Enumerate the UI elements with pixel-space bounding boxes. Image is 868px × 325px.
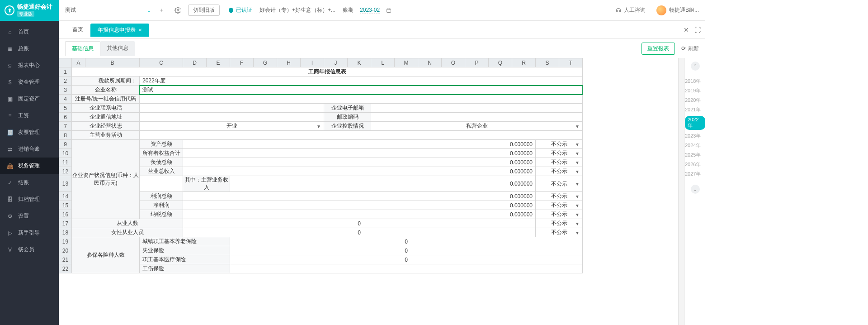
female-emp-disclosure[interactable]: 不公示▼	[536, 228, 583, 237]
liability-disclosure[interactable]: 不公示▼	[536, 158, 583, 167]
sidebar-item-13[interactable]: V畅会员	[0, 241, 59, 258]
switch-old-version-button[interactable]: 切到旧版	[188, 5, 220, 16]
biz-status-select[interactable]: 开业▼	[140, 122, 324, 131]
column-header[interactable]: M	[395, 58, 418, 67]
sidebar-item-label: 设置	[18, 212, 29, 220]
column-header[interactable]: Q	[489, 58, 512, 67]
sidebar-item-1[interactable]: ≣总账	[0, 40, 59, 57]
column-header[interactable]: I	[301, 58, 324, 67]
sidebar-item-8[interactable]: 👜税务管理	[0, 158, 59, 174]
year-2023年[interactable]: 2023年	[685, 133, 705, 139]
employees-value[interactable]: 0	[183, 219, 536, 228]
column-header[interactable]: L	[371, 58, 395, 67]
year-2020年[interactable]: 2020年	[685, 97, 705, 104]
medical-value[interactable]: 0	[230, 255, 583, 264]
year-scroll-up[interactable]: ⌃	[691, 62, 700, 71]
year-2026年[interactable]: 2026年	[685, 161, 705, 168]
user-menu[interactable]: 畅捷通B组...	[656, 5, 699, 15]
column-header[interactable]: J	[324, 58, 348, 67]
column-header[interactable]: R	[512, 58, 536, 67]
asset-total-value[interactable]: 0.000000	[183, 140, 536, 149]
year-2018年[interactable]: 2018年	[685, 78, 705, 85]
main-biz-input[interactable]	[140, 131, 583, 140]
refresh-button[interactable]: ⟳ 刷新	[681, 45, 699, 53]
profit-disclosure[interactable]: 不公示▼	[536, 192, 583, 201]
pension-value[interactable]: 0	[230, 237, 583, 246]
column-header[interactable]: O	[442, 58, 465, 67]
company-name-input[interactable]: 测试	[140, 86, 583, 95]
postcode-input[interactable]	[371, 113, 583, 122]
equity-disclosure[interactable]: 不公示▼	[536, 149, 583, 158]
account-selector[interactable]: 测试 ⌄	[65, 6, 151, 14]
column-header[interactable]: B	[85, 58, 140, 67]
period-value[interactable]: 2023-02	[360, 7, 380, 14]
customer-service-link[interactable]: 人工咨询	[615, 6, 646, 14]
netprofit-value[interactable]: 0.000000	[183, 201, 536, 210]
sidebar-item-11[interactable]: ⚙设置	[0, 208, 59, 225]
unemployment-value[interactable]: 0	[230, 246, 583, 255]
email-input[interactable]	[371, 104, 583, 113]
close-icon[interactable]: ✕	[138, 28, 142, 33]
column-header[interactable]: C	[140, 58, 183, 67]
sidebar-item-12[interactable]: ▷新手引导	[0, 225, 59, 241]
subtab-0[interactable]: 基础信息	[65, 41, 100, 56]
year-2024年[interactable]: 2024年	[685, 142, 705, 149]
column-header[interactable]: T	[559, 58, 583, 67]
liability-value[interactable]: 0.000000	[183, 158, 536, 167]
column-header[interactable]: F	[230, 58, 254, 67]
column-header[interactable]: A	[72, 58, 85, 67]
equity-value[interactable]: 0.000000	[183, 149, 536, 158]
year-2019年[interactable]: 2019年	[685, 87, 705, 94]
sidebar-item-7[interactable]: ⇄进销台账	[0, 141, 59, 158]
brand-name: 畅捷通好会计	[17, 4, 52, 10]
settings-icon-button[interactable]	[172, 5, 184, 16]
sidebar-item-3[interactable]: $资金管理	[0, 74, 59, 91]
sidebar-item-0[interactable]: ⌂首页	[0, 24, 59, 40]
revenue-value[interactable]: 0.000000	[183, 167, 536, 176]
reg-code-input[interactable]	[140, 95, 583, 104]
add-account-button[interactable]: ＋	[156, 5, 167, 16]
employees-disclosure[interactable]: 不公示▼	[536, 219, 583, 228]
column-header[interactable]: N	[418, 58, 442, 67]
netprofit-disclosure[interactable]: 不公示▼	[536, 201, 583, 210]
column-header[interactable]: E	[207, 58, 230, 67]
fullscreen-button[interactable]: ⛶	[694, 26, 701, 33]
injury-value[interactable]	[230, 264, 583, 273]
phone-input[interactable]	[140, 104, 324, 113]
sidebar-item-6[interactable]: 🧾发票管理	[0, 124, 59, 141]
profit-value[interactable]: 0.000000	[183, 192, 536, 201]
column-header[interactable]: G	[254, 58, 277, 67]
tax-value[interactable]: 0.000000	[183, 210, 536, 219]
sidebar-item-2[interactable]: ⫑报表中心	[0, 57, 59, 74]
column-header[interactable]: D	[183, 58, 207, 67]
sidebar-item-10[interactable]: 🗄归档管理	[0, 191, 59, 208]
page-tab-0[interactable]: 首页	[65, 21, 90, 38]
year-2025年[interactable]: 2025年	[685, 152, 705, 158]
revenue-disclosure[interactable]: 不公示▼	[536, 167, 583, 176]
year-2027年[interactable]: 2027年	[685, 171, 705, 177]
address-input[interactable]	[140, 113, 324, 122]
main-revenue-value[interactable]: 0.000000	[230, 176, 536, 192]
vertical-scrollbar[interactable]	[678, 58, 684, 325]
column-header[interactable]: P	[465, 58, 489, 67]
tax-disclosure[interactable]: 不公示▼	[536, 210, 583, 219]
sidebar-item-4[interactable]: ▣固定资产	[0, 91, 59, 107]
asset-total-disclosure[interactable]: 不公示▼	[536, 140, 583, 149]
column-header[interactable]: K	[348, 58, 371, 67]
main-revenue-disclosure[interactable]: 不公示▼	[536, 176, 583, 192]
year-2022年[interactable]: 2022年	[685, 116, 705, 130]
column-header[interactable]: S	[536, 58, 559, 67]
year-scroll-down[interactable]: ⌄	[691, 185, 700, 194]
close-all-tabs-button[interactable]: ✕	[684, 26, 689, 33]
sidebar-item-5[interactable]: ≡工资	[0, 107, 59, 124]
subtab-1[interactable]: 其他信息	[100, 41, 135, 56]
column-header[interactable]: H	[277, 58, 301, 67]
reset-report-button[interactable]: 重置报表	[642, 43, 675, 55]
spreadsheet-scroll[interactable]: ABCDEFGHIJKLMNOPQRST 1 工商年报信息表 2 税款所属期间：…	[59, 58, 678, 325]
sidebar-item-9[interactable]: ✓结账	[0, 174, 59, 191]
page-tab-1[interactable]: 年报信息申报表✕	[90, 24, 149, 37]
year-2021年[interactable]: 2021年	[685, 106, 705, 113]
holding-select[interactable]: 私营企业▼	[371, 122, 583, 131]
corner-cell[interactable]	[59, 58, 72, 67]
female-emp-value[interactable]: 0	[183, 228, 536, 237]
